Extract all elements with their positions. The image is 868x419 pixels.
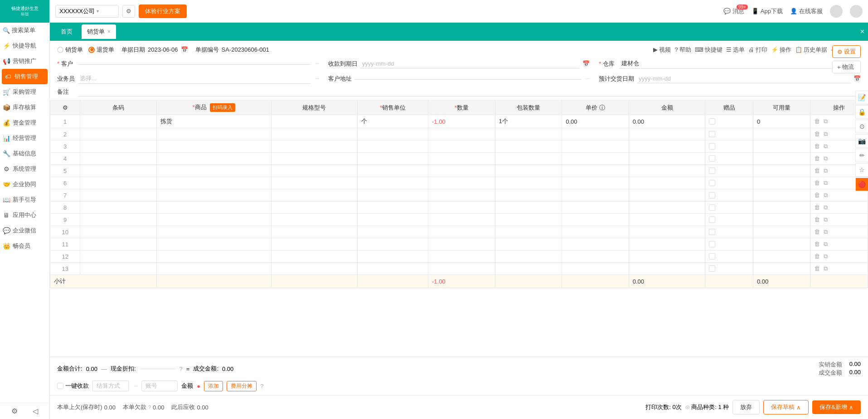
- action-history[interactable]: 📋 历史单据: [795, 46, 827, 54]
- row-gift-4[interactable]: [705, 165, 753, 177]
- row-delete-icon-10[interactable]: 🗑: [814, 241, 820, 247]
- row-gift-1[interactable]: [705, 128, 753, 140]
- row-unit-2[interactable]: [357, 140, 428, 153]
- row-copy-icon-4[interactable]: ⧉: [824, 167, 828, 174]
- row-gift-3[interactable]: [705, 153, 753, 165]
- row-spec-2[interactable]: [272, 140, 358, 153]
- row-copy-icon-8[interactable]: ⧉: [824, 216, 828, 223]
- receive-date-input[interactable]: yyyy-mm-dd: [360, 59, 580, 68]
- action-video[interactable]: ▶ 视频: [653, 46, 671, 54]
- row-goods-7[interactable]: [157, 202, 272, 214]
- note-input[interactable]: [78, 87, 861, 96]
- sidebar-item-9[interactable]: 🤝企业协同: [0, 177, 49, 192]
- action-operate[interactable]: ⚡ 操作: [771, 46, 791, 54]
- row-unit-3[interactable]: [357, 153, 428, 165]
- sidebar-item-13[interactable]: 👑畅会员: [0, 238, 49, 254]
- row-goods-12[interactable]: [157, 263, 272, 275]
- row-unit-4[interactable]: [357, 165, 428, 177]
- row-goods-2[interactable]: [157, 140, 272, 153]
- add-button[interactable]: 添加: [204, 381, 223, 391]
- row-amount-1[interactable]: [629, 128, 705, 140]
- settings-icon[interactable]: ⚙: [11, 407, 18, 415]
- action-help[interactable]: ? 帮助: [674, 46, 691, 54]
- header-settings-button[interactable]: ⚙: [122, 5, 135, 18]
- row-delete-icon-12[interactable]: 🗑: [814, 265, 820, 272]
- receive-date-cal-icon[interactable]: 📅: [582, 60, 590, 67]
- float-lock-icon[interactable]: 🔒: [855, 105, 868, 119]
- settings-button[interactable]: ⚙ 设置: [832, 45, 861, 58]
- row-pack-12[interactable]: [495, 263, 562, 275]
- sidebar-item-1[interactable]: 📢营销推广: [0, 53, 49, 69]
- row-unit-5[interactable]: [357, 177, 428, 189]
- action-shortcuts[interactable]: ⌨ 快捷键: [695, 46, 723, 54]
- row-goods-3[interactable]: [157, 153, 272, 165]
- row-barcode-8[interactable]: [80, 214, 157, 226]
- row-gift-10[interactable]: [705, 238, 753, 250]
- tab-home[interactable]: 首页: [53, 23, 80, 41]
- expected-date-input[interactable]: yyyy-mm-dd: [637, 74, 851, 83]
- row-qty-12[interactable]: [428, 263, 495, 275]
- row-unit-7[interactable]: [357, 202, 428, 214]
- row-copy-icon-5[interactable]: ⧉: [824, 179, 828, 186]
- row-barcode-4[interactable]: [80, 165, 157, 177]
- row-delete-icon-2[interactable]: 🗑: [814, 143, 820, 149]
- row-spec-10[interactable]: [272, 238, 358, 250]
- sidebar-item-11[interactable]: 🖥应用中心: [0, 207, 49, 223]
- row-barcode-1[interactable]: [80, 128, 157, 140]
- row-goods-0[interactable]: 拣货: [157, 115, 272, 128]
- row-spec-6[interactable]: [272, 189, 358, 202]
- row-barcode-3[interactable]: [80, 153, 157, 165]
- collapse-icon[interactable]: ◁: [33, 407, 38, 415]
- sidebar-item-5[interactable]: 💰资金管理: [0, 115, 49, 130]
- online-service-button[interactable]: 👤 在线客服: [790, 7, 823, 15]
- calc-method-select[interactable]: 结算方式: [92, 380, 129, 391]
- row-spec-3[interactable]: [272, 153, 358, 165]
- row-qty-7[interactable]: [428, 202, 495, 214]
- row-price-2[interactable]: [562, 140, 629, 153]
- salesperson-more-icon[interactable]: ···: [315, 76, 319, 81]
- float-alert-icon[interactable]: 🔴: [855, 178, 868, 191]
- row-price-7[interactable]: [562, 202, 629, 214]
- row-delete-icon-8[interactable]: 🗑: [814, 216, 820, 223]
- float-edit-icon[interactable]: ✏: [855, 149, 868, 162]
- row-barcode-7[interactable]: [80, 202, 157, 214]
- customer-addr-more-icon[interactable]: ···: [586, 76, 590, 81]
- row-pack-5[interactable]: [495, 177, 562, 189]
- sidebar-item-2[interactable]: 🏷销售管理: [2, 69, 48, 84]
- row-amount-5[interactable]: [629, 177, 705, 189]
- row-copy-icon-12[interactable]: ⧉: [824, 265, 828, 272]
- expected-date-cal-icon[interactable]: 📅: [853, 75, 861, 82]
- row-goods-10[interactable]: [157, 238, 272, 250]
- row-price-8[interactable]: [562, 214, 629, 226]
- sidebar-item-10[interactable]: 📖新手引导: [0, 192, 49, 207]
- tab-close-icon[interactable]: ×: [107, 29, 111, 35]
- row-price-9[interactable]: [562, 226, 629, 238]
- row-pack-3[interactable]: [495, 153, 562, 165]
- row-spec-7[interactable]: [272, 202, 358, 214]
- sidebar-item-4[interactable]: 📦库存核算: [0, 100, 49, 115]
- row-price-4[interactable]: [562, 165, 629, 177]
- account-input[interactable]: 账号: [141, 380, 178, 391]
- row-goods-1[interactable]: [157, 128, 272, 140]
- row-pack-0[interactable]: 1个: [495, 115, 562, 128]
- row-copy-icon-7[interactable]: ⧉: [824, 204, 828, 211]
- row-pack-10[interactable]: [495, 238, 562, 250]
- tab-sales-order[interactable]: 销货单 ×: [82, 24, 116, 39]
- row-delete-icon-11[interactable]: 🗑: [814, 253, 820, 260]
- row-pack-4[interactable]: [495, 165, 562, 177]
- row-copy-icon-11[interactable]: ⧉: [824, 253, 828, 260]
- row-delete-icon-3[interactable]: 🗑: [814, 155, 820, 162]
- row-spec-8[interactable]: [272, 214, 358, 226]
- float-note-icon[interactable]: 📝: [855, 91, 868, 104]
- row-amount-9[interactable]: [629, 226, 705, 238]
- row-delete-icon-0[interactable]: 🗑: [814, 118, 820, 125]
- row-price-6[interactable]: [562, 189, 629, 202]
- row-price-1[interactable]: [562, 128, 629, 140]
- sidebar-item-3[interactable]: 🛒采购管理: [0, 84, 49, 100]
- row-delete-icon-5[interactable]: 🗑: [814, 179, 820, 186]
- row-unit-9[interactable]: [357, 226, 428, 238]
- row-delete-icon-9[interactable]: 🗑: [814, 228, 820, 235]
- row-pack-1[interactable]: [495, 128, 562, 140]
- row-goods-8[interactable]: [157, 214, 272, 226]
- row-unit-0[interactable]: 个: [357, 115, 428, 128]
